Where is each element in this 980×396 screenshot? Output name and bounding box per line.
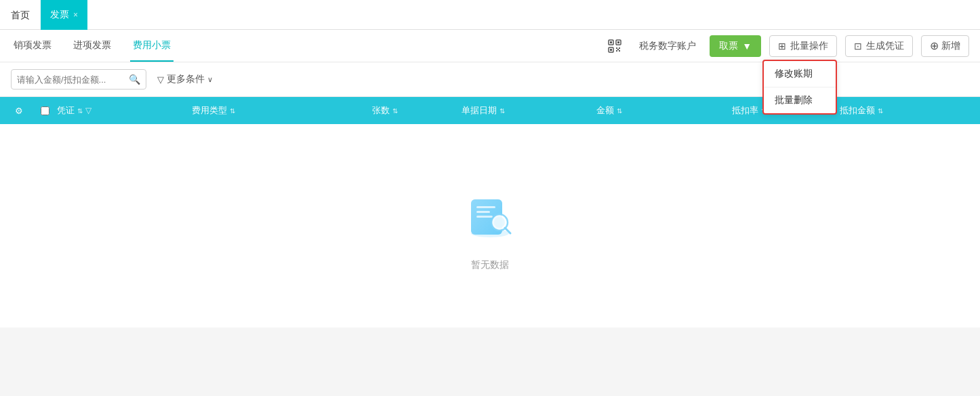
more-conditions-dropdown-icon: ∨ (207, 75, 213, 84)
batch-dropdown-menu: 修改账期 批量删除 (762, 60, 837, 115)
add-label: 新增 (941, 40, 960, 52)
nav-tab-label: 发票 (50, 9, 69, 21)
amount-sort-icon[interactable]: ⇅ (617, 107, 622, 115)
voucher-sort-icon[interactable]: ⇅ (77, 107, 83, 115)
dropdown-item-modify-period[interactable]: 修改账期 (764, 61, 836, 87)
th-expense-type[interactable]: 费用类型 ⇅ (192, 104, 371, 117)
batch-op-container: ⊞ 批量操作 修改账期 批量删除 (769, 35, 837, 57)
nav-tab-invoice[interactable]: 发票 × (41, 0, 87, 30)
svg-rect-16 (476, 216, 493, 218)
select-all-checkbox[interactable] (41, 106, 49, 115)
get-ticket-dropdown-icon: ▼ (742, 41, 752, 52)
nav-tab-close[interactable]: × (73, 10, 78, 20)
batch-op-icon: ⊞ (778, 41, 786, 52)
th-amount[interactable]: 金额 ⇅ (596, 104, 731, 117)
count-sort-icon[interactable]: ⇅ (392, 107, 398, 115)
svg-rect-8 (616, 50, 617, 52)
empty-state: 暂无数据 (0, 124, 980, 328)
svg-point-18 (494, 217, 505, 228)
generate-voucher-button[interactable]: ⊡ 生成凭证 (845, 35, 913, 57)
svg-rect-14 (476, 206, 495, 208)
date-sort-icon[interactable]: ⇅ (499, 107, 505, 115)
empty-illustration (456, 180, 524, 248)
more-conditions-label: 更多条件 (167, 73, 205, 85)
voucher-filter-icon[interactable]: ▽ (85, 106, 91, 115)
search-box[interactable]: 🔍 (11, 69, 146, 90)
add-icon: ⊕ (930, 39, 939, 52)
filter-funnel-icon: ▽ (157, 75, 164, 85)
svg-rect-1 (610, 41, 612, 43)
empty-text: 暂无数据 (471, 259, 509, 271)
add-button[interactable]: ⊕ 新增 (921, 35, 969, 57)
get-ticket-button[interactable]: 取票 ▼ (710, 35, 761, 57)
tax-account-button[interactable]: 税务数字账户 (634, 40, 701, 52)
search-icon: 🔍 (129, 74, 140, 85)
batch-op-button[interactable]: ⊞ 批量操作 (769, 35, 837, 57)
dropdown-item-batch-delete[interactable]: 批量删除 (764, 87, 836, 113)
more-conditions-button[interactable]: ▽ 更多条件 ∨ (157, 73, 213, 85)
svg-rect-5 (610, 49, 612, 51)
generate-voucher-label: 生成凭证 (866, 40, 904, 52)
svg-rect-15 (476, 211, 490, 213)
sub-nav-right: 税务数字账户 取票 ▼ ⊞ 批量操作 修改账期 批量删除 ⊡ 生成凭证 (604, 35, 969, 57)
top-nav: 首页 发票 × (0, 0, 980, 30)
gear-icon[interactable]: ⚙ (15, 106, 23, 116)
qr-button[interactable] (604, 35, 626, 57)
search-input[interactable] (17, 75, 125, 85)
th-voucher[interactable]: 凭证 ⇅ ▽ (57, 104, 192, 117)
svg-rect-9 (619, 50, 620, 52)
tab-sales-invoice[interactable]: 销项发票 (11, 30, 54, 62)
generate-icon: ⊡ (854, 41, 862, 52)
batch-op-label: 批量操作 (790, 40, 828, 52)
svg-rect-7 (619, 47, 620, 49)
expense-sort-icon[interactable]: ⇅ (230, 107, 235, 115)
sub-nav: 销项发票 进项发票 费用小票 税务数字账户 (0, 30, 980, 62)
th-date[interactable]: 单据日期 ⇅ (462, 104, 596, 117)
tab-expense-ticket[interactable]: 费用小票 (130, 30, 173, 62)
sub-nav-left: 销项发票 进项发票 费用小票 (11, 30, 173, 62)
nav-home[interactable]: 首页 (0, 0, 41, 30)
deduct-sort-icon[interactable]: ⇅ (878, 107, 883, 115)
th-settings[interactable]: ⚙ (5, 106, 33, 116)
svg-rect-6 (616, 47, 617, 49)
tab-purchase-invoice[interactable]: 进项发票 (70, 30, 114, 62)
th-count[interactable]: 张数 ⇅ (372, 104, 462, 117)
th-deduct-amount[interactable]: 抵扣金额 ⇅ (840, 104, 975, 117)
svg-rect-10 (617, 49, 619, 50)
th-checkbox[interactable] (33, 106, 57, 115)
svg-rect-3 (617, 41, 619, 43)
get-ticket-label: 取票 (719, 40, 738, 52)
